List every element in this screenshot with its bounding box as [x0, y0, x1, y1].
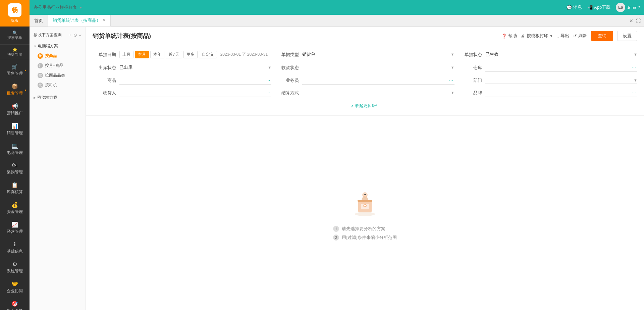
tab-home[interactable]: 首页: [30, 15, 48, 27]
filter-cell-product: 商品 ···: [93, 76, 271, 85]
scheme-section-pc: ▼ 电脑端方案 按 按商品 月 按月+商品 按 按商品品类 按 按司机: [30, 40, 86, 91]
sidebar-item-basic[interactable]: ℹ 基础信息: [0, 238, 30, 258]
status-label: 单据状态: [459, 52, 485, 58]
date-btn-last-month[interactable]: 上月: [119, 51, 133, 58]
search-icon: 🔍: [2, 31, 28, 35]
tab-sales-stats[interactable]: 销货单统计表（按商品） ✕: [48, 15, 111, 27]
svg-point-9: [364, 194, 365, 195]
warehouse-select[interactable]: ···: [485, 63, 637, 72]
payment-method-select[interactable]: ▼: [302, 89, 454, 96]
wholesale-icon: 📦: [11, 83, 18, 90]
sidebar-item-guide[interactable]: 🎯 新手引导: [0, 297, 30, 310]
date-btn-7days[interactable]: 近7天: [166, 51, 182, 58]
left-panel-tools: + ⊙ «: [69, 33, 82, 38]
tab-close-window-icon[interactable]: ✕: [629, 18, 633, 23]
scheme-group-pc[interactable]: ▼ 电脑端方案: [30, 41, 86, 51]
scheme-item-prefix-cashier: 按: [38, 83, 43, 88]
refresh-btn[interactable]: ↺ 刷新: [573, 33, 587, 39]
date-btn-custom[interactable]: 自定义: [199, 51, 217, 58]
filter-row-4: 收货人 ··· 结算方式 ▼ 品牌: [93, 89, 637, 97]
department-select[interactable]: ▼: [485, 77, 637, 84]
empty-tip-1: 1 请先选择要分析的方案: [333, 226, 396, 232]
receiver-ellipsis-icon[interactable]: ···: [265, 90, 272, 95]
receiver-select[interactable]: ···: [119, 89, 271, 97]
page-header: 销货单统计表(按商品) ❓ 帮助 🖨 按模板打印 ▼ ↓ 导出: [86, 27, 644, 45]
svg-rect-2: [358, 200, 372, 202]
sidebar-item-finance[interactable]: 💰 资金管理: [0, 198, 30, 218]
sidebar-quick-nav[interactable]: ⭐ 快捷导航: [0, 45, 30, 60]
add-scheme-btn[interactable]: +: [69, 33, 71, 38]
salesman-ellipsis-icon[interactable]: ···: [448, 78, 454, 83]
sidebar-item-purchase[interactable]: 🛍 采购管理: [0, 159, 30, 178]
brand-ellipsis-icon[interactable]: ···: [631, 90, 637, 95]
system-icon: ⚙: [12, 261, 17, 267]
help-label: 帮助: [508, 33, 517, 39]
tip-text-1: 请先选择要分析的方案: [342, 226, 385, 232]
logo-subtitle: 标版: [11, 18, 18, 23]
receiver-label: 收货人: [93, 90, 119, 96]
page-actions: ❓ 帮助 🖨 按模板打印 ▼ ↓ 导出 ↺ 刷新: [501, 31, 637, 41]
help-btn[interactable]: ❓ 帮助: [501, 33, 517, 39]
tab-home-label: 首页: [34, 18, 43, 24]
date-btn-this-year[interactable]: 本年: [150, 51, 164, 58]
export-btn[interactable]: ↓ 导出: [557, 33, 570, 39]
scheme-group-mobile[interactable]: ▶ 移动端方案: [30, 93, 86, 102]
app-download-btn[interactable]: 📲 App下载: [587, 4, 610, 10]
payment-status-select[interactable]: ▼: [302, 64, 454, 71]
sidebar-item-ecommerce[interactable]: 💻 电商管理: [0, 139, 30, 159]
print-btn[interactable]: 🖨 按模板打印 ▼: [521, 33, 553, 39]
scheme-item-by-product-label: 按商品: [45, 53, 57, 59]
sidebar-item-marketing[interactable]: 📢 营销推广: [0, 100, 30, 119]
operations-icon: 📈: [11, 221, 18, 228]
tab-close-icon[interactable]: ✕: [103, 18, 106, 22]
type-select[interactable]: 销货单 ▼: [302, 50, 454, 59]
sidebar-item-sales[interactable]: 📊 销售管理: [0, 119, 30, 139]
date-btn-this-month[interactable]: 本月: [135, 51, 149, 58]
filter-cell-stock-status: 出库状态 已出库 ▼: [93, 63, 271, 72]
left-panel: 按以下方案查询 + ⊙ « ▼ 电脑端方案 按 按商品 月 按月: [30, 27, 86, 310]
sales-icon: 📊: [11, 123, 18, 129]
payment-status-label: 收款状态: [275, 65, 302, 71]
sidebar-item-enterprise[interactable]: 🤝 企业协同: [0, 277, 30, 297]
empty-tips: 1 请先选择要分析的方案 2 用[过滤]条件来缩小分析范围: [333, 226, 396, 241]
collapse-filters-btn[interactable]: ∧ 收起更多条件: [93, 101, 637, 111]
ecommerce-icon: 💻: [11, 143, 18, 149]
product-select[interactable]: ···: [119, 76, 271, 85]
sidebar-item-wholesale[interactable]: 📦 批发管理: [0, 80, 30, 100]
svg-point-0: [355, 212, 375, 216]
company-selector[interactable]: 办公用品行业模拟账套 ▼: [34, 4, 83, 10]
message-btn[interactable]: 💬 消息: [567, 4, 582, 10]
download-icon: 📲: [587, 5, 593, 10]
settings-scheme-btn[interactable]: ⊙: [73, 33, 77, 38]
date-btn-more[interactable]: 更多: [183, 51, 198, 58]
query-button[interactable]: 查询: [591, 31, 613, 41]
refresh-label: 刷新: [578, 33, 587, 39]
sidebar-item-inventory[interactable]: 📋 库存核算: [0, 178, 30, 198]
status-value: 已生效: [485, 51, 632, 57]
product-ellipsis-icon[interactable]: ···: [265, 78, 272, 83]
inventory-label: 库存核算: [7, 189, 23, 195]
user-avatar-btn[interactable]: Ea demo2: [616, 3, 640, 12]
collapse-panel-btn[interactable]: «: [79, 33, 82, 38]
scheme-item-by-cashier[interactable]: 按 按司机: [30, 80, 86, 90]
sidebar-logo[interactable]: 畅 标版: [0, 0, 30, 27]
scheme-item-by-product[interactable]: 按 按商品: [30, 51, 86, 61]
sidebar-item-system[interactable]: ⚙ 系统管理: [0, 258, 30, 277]
left-panel-header: 按以下方案查询 + ⊙ «: [30, 30, 86, 40]
top-nav-right: 💬 消息 📲 App下载 Ea demo2: [567, 3, 640, 12]
sidebar-search[interactable]: 🔍 搜索菜单: [0, 27, 30, 45]
sidebar-item-operations[interactable]: 📈 经营管理: [0, 218, 30, 238]
warehouse-ellipsis-icon[interactable]: ···: [631, 65, 637, 70]
filter-cell-payment-method: 结算方式 ▼: [275, 89, 454, 97]
scheme-item-by-category[interactable]: 按 按商品品类: [30, 70, 86, 80]
tab-expand-icon[interactable]: ⛶: [636, 18, 641, 23]
stock-status-select[interactable]: 已出库 ▼: [119, 63, 271, 72]
type-dropdown-icon: ▼: [451, 52, 454, 56]
brand-select[interactable]: ···: [485, 89, 637, 97]
scheme-item-by-month-product[interactable]: 月 按月+商品: [30, 61, 86, 70]
status-select[interactable]: 已生效 ▼: [485, 50, 637, 59]
tip-text-2: 用[过滤]条件来缩小分析范围: [342, 235, 396, 241]
sidebar-item-retail[interactable]: 🛒 零售管理: [0, 60, 30, 80]
settings-button[interactable]: 设置: [617, 31, 637, 41]
salesman-select[interactable]: ···: [302, 76, 454, 85]
